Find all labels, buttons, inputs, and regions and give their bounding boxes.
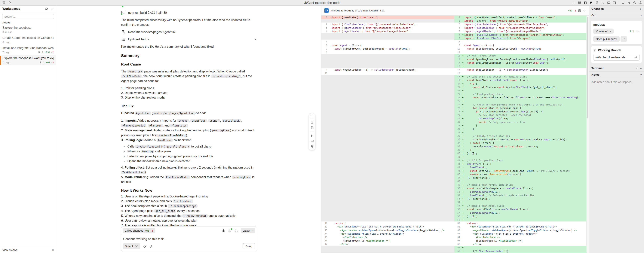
notes-input[interactable]: Add notes about this workspace... [589, 78, 644, 86]
message-input[interactable]: Continue working on this task... [121, 235, 257, 242]
diff-line: 27+ for (const plan of pendingPlans) { [454, 106, 586, 110]
workspace-time: 7h ago [2, 51, 10, 54]
typescript-file-icon: TS [324, 8, 329, 13]
diff-line: 45+ const interval = setInterval(loadPla… [454, 169, 586, 173]
workspace-item-2[interactable]: Create Good First Issues on Github So p6… [0, 35, 56, 45]
gear-icon[interactable] [639, 1, 642, 4]
megaphone-icon[interactable] [627, 1, 630, 4]
annotate-button[interactable] [149, 244, 153, 248]
burst-icon[interactable] [222, 229, 225, 232]
diff-line: 42+ // Poll for pending plans [454, 158, 586, 162]
diff-spacer-row [322, 145, 454, 148]
list-item: 3.The hook script creates a file in ~/.m… [121, 204, 257, 208]
tool-call-row[interactable]: Read medusa/src/pages/Agent.tsx [121, 30, 257, 34]
help-icon[interactable] [633, 1, 636, 4]
diff-line: 63 <div className="flex flex-1 overflow-… [454, 232, 586, 236]
branch-selector[interactable]: master [593, 28, 614, 34]
inline-code: ~/.medusa/pending/ [211, 74, 241, 78]
monitor-icon[interactable] [310, 140, 314, 143]
add-workspace-button[interactable] [50, 7, 54, 10]
more-options-button[interactable]: ⋯ [636, 30, 640, 33]
menu-icon[interactable] [622, 1, 625, 4]
workspace-title: Explore the codebase [2, 26, 54, 30]
diff-spacer-row [322, 197, 454, 201]
diff-file-header[interactable]: TS /medusa/medusa/src/pages/Agent.tsx +5… [322, 6, 589, 16]
git-branch-icon[interactable] [310, 145, 314, 148]
slash-square-icon[interactable] [310, 121, 314, 124]
diff-line: 6+import { PlanReviewModal } from "@/com… [454, 33, 586, 36]
active-group-label: Active [2, 21, 54, 24]
inline-code: pendingPlan [211, 129, 230, 132]
section-notes[interactable]: Notes▾ [589, 72, 644, 78]
diff-line: 46+ return () => clearInterval(interval)… [454, 173, 586, 176]
drag-handle[interactable]: ••• [310, 114, 314, 116]
pause-icon[interactable] [572, 1, 575, 4]
pr-options-button[interactable] [620, 36, 627, 42]
attach-button[interactable] [143, 244, 147, 248]
diff-spacer-row [322, 180, 454, 183]
terminal-icon[interactable] [601, 1, 604, 4]
list-item: •Calls invoke<PlanItem[]>('get_all_plans… [124, 144, 257, 149]
floating-toolbar: ••• [309, 113, 316, 150]
section-git[interactable]: Git▾ [589, 12, 644, 19]
git-branch-icon [593, 49, 596, 52]
diff-line: 37+ } catch (error) { [454, 141, 586, 145]
list-item: 5.When a new pending plan is detected, t… [121, 214, 257, 218]
tool-call-row[interactable]: Updated Todos [121, 37, 257, 42]
diff-line: 11 return ( [322, 222, 454, 225]
play-icon[interactable] [310, 134, 314, 137]
diff-scrollbar[interactable] [586, 16, 589, 253]
ordered-list: 1.Imports: Added necessary imports for i… [121, 118, 257, 143]
diff-spacer-row [322, 162, 454, 166]
panel-right-icon[interactable] [613, 1, 616, 4]
workspace-title: Create Good First Issues on Github So p [2, 36, 54, 40]
chat-bubble-icon[interactable] [590, 1, 593, 4]
diff-line: 36+ previousPlanIdsRef.current = new Set… [454, 138, 586, 141]
layers-icon[interactable] [45, 7, 48, 10]
section-changes[interactable]: Changes▸ [589, 6, 644, 12]
copy-icon[interactable] [310, 126, 314, 129]
diff-line: 21+ const allPlans = await invoke<PlanIt… [454, 86, 586, 89]
inline-code: PlanStatus [170, 124, 188, 127]
diff-line: 44+ loadPlans(); [454, 166, 586, 169]
edit-icon[interactable] [635, 56, 638, 59]
diff-spacer-row [322, 117, 454, 120]
diff-view-toggle-icon[interactable] [578, 9, 581, 12]
files-changed-badge[interactable]: 2 files changed +61 -3 [123, 228, 155, 233]
workspace-item-1[interactable]: Explore the codebase35m ago [0, 25, 56, 35]
latest-dropdown[interactable]: Latest [241, 228, 256, 233]
chevron-down-icon [134, 244, 138, 248]
tool-call-row[interactable]: npm run build 2>&1 | tail -80 [121, 10, 257, 15]
list-item: 3.Polling logic: Added a loadPlans callb… [121, 138, 257, 143]
window-title: vk/3ccf-explore-the-code [0, 1, 644, 5]
collapse-file-icon[interactable] [583, 9, 586, 12]
inline-code: TaskDetail.tsx [121, 170, 145, 174]
working-branch-input[interactable]: vk/3ccf-explore-the-code [593, 54, 640, 60]
diff-line: 38+ console.error('Failed to load plans:… [454, 145, 586, 148]
diff-line: 9const Agent = () => { [454, 44, 586, 47]
layout-grid-icon[interactable] [578, 1, 581, 4]
diff-spacer-row [322, 120, 454, 124]
workspace-item-3[interactable]: Install and integrate Vibe Kanban Web7h … [0, 45, 56, 55]
git-branch-icon[interactable] [595, 1, 598, 4]
chevron-down-icon[interactable] [254, 38, 257, 41]
expand-icon[interactable] [636, 67, 638, 70]
chat-transcript[interactable]: npm run build 2>&1 | tail -80The build c… [121, 6, 257, 226]
open-pull-request-button[interactable]: Open pull request [593, 36, 620, 42]
monitor-icon[interactable] [607, 1, 610, 4]
view-archive-link[interactable]: View Archive [2, 248, 18, 252]
diff-spacer-row [322, 106, 454, 110]
search-input[interactable]: Search... [2, 14, 54, 19]
diff-line: 7+import { PlanItem, PlanStatus } from "… [454, 36, 586, 40]
composer-controls: Default Send [121, 242, 257, 251]
mode-dropdown[interactable]: Default [123, 243, 140, 249]
send-button[interactable]: Send [242, 243, 255, 249]
section-terminal[interactable]: Terminal ▸ [589, 65, 644, 72]
panel-left-icon[interactable] [584, 1, 587, 4]
inline-code: ExitPlanMode [121, 74, 142, 78]
diff-spacer-row [322, 54, 454, 58]
workspace-item-4[interactable]: Explore the codebase I want you to exp7h… [0, 55, 56, 65]
diff-line: 59+ [454, 218, 586, 222]
diff-line: 41+ [454, 155, 586, 159]
diff-line: 5 [322, 40, 454, 44]
